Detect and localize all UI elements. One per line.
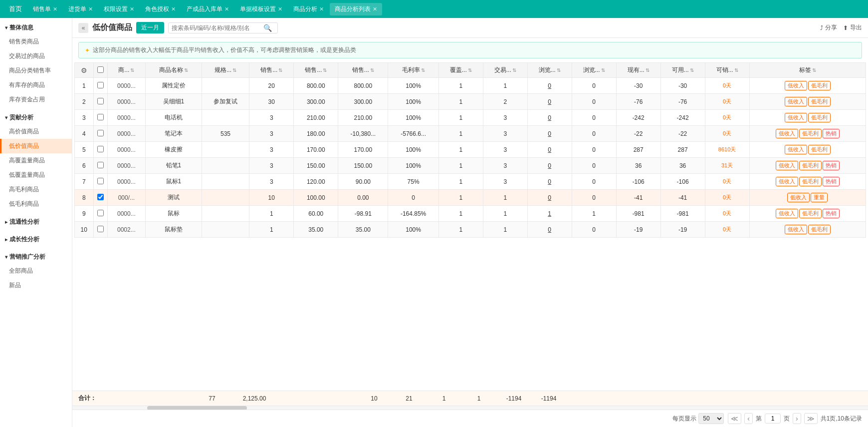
row-product-name[interactable]: 属性定价 — [146, 78, 202, 94]
sidebar-item-instock-goods[interactable]: 有库存的商品 — [0, 78, 72, 92]
filter-recent-month-button[interactable]: 近一月 — [136, 22, 164, 33]
nav-goods-analysis-close[interactable]: ✕ — [319, 6, 324, 12]
search-input[interactable] — [172, 24, 261, 31]
nav-product-inbound-close[interactable]: ✕ — [224, 6, 229, 12]
search-icon[interactable]: 🔍 — [263, 24, 272, 32]
row-code[interactable]: 0000... — [107, 174, 146, 190]
row-checkbox[interactable] — [97, 98, 104, 104]
sidebar-group-contribution-title[interactable]: ▾ 贡献分析 — [0, 111, 72, 124]
sidebar-item-traded-goods[interactable]: 交易过的商品 — [0, 49, 72, 63]
select-all-checkbox[interactable] — [97, 66, 104, 73]
nav-goods-analysis[interactable]: 商品分析 ✕ — [288, 3, 329, 15]
sidebar-group-circulation-title[interactable]: ▸ 流通性分析 — [0, 215, 72, 229]
row-code[interactable]: 0000... — [107, 206, 146, 222]
sidebar-item-category-sales-rate[interactable]: 商品分类销售率 — [0, 63, 72, 78]
row-checkbox[interactable] — [97, 162, 104, 168]
row-code[interactable]: 0000... — [107, 126, 146, 142]
page-number-input[interactable] — [765, 414, 781, 424]
sidebar-group-marketing-title[interactable]: ▾ 营销推广分析 — [0, 250, 72, 264]
row-product-name[interactable]: 橡皮擦 — [146, 142, 202, 158]
browse-link[interactable]: 0 — [548, 82, 551, 89]
row-product-name[interactable]: 电话机 — [146, 110, 202, 126]
browse-link[interactable]: 0 — [548, 226, 551, 233]
col-code[interactable]: 商...⇅ — [107, 63, 146, 78]
nav-role[interactable]: 角色授权 ✕ — [140, 3, 181, 15]
nav-template[interactable]: 单据模板设置 ✕ — [235, 3, 287, 15]
col-trade[interactable]: 交易...⇅ — [483, 63, 527, 78]
nav-permission[interactable]: 权限设置 ✕ — [99, 3, 139, 15]
row-checkbox[interactable] — [97, 146, 104, 152]
horizontal-scrollbar[interactable] — [72, 406, 868, 410]
sidebar-group-overview-title[interactable]: ▾ 整体信息 — [0, 21, 72, 34]
nav-product-inbound[interactable]: 产成品入库单 ✕ — [182, 3, 234, 15]
browse-link[interactable]: 0 — [548, 146, 551, 153]
share-button[interactable]: ⤴ 分享 — [820, 23, 837, 32]
row-product-name[interactable]: 吴细细1 — [146, 94, 202, 110]
row-code[interactable]: 0002... — [107, 222, 146, 238]
browse-link[interactable]: 0 — [548, 178, 551, 185]
row-code[interactable]: 0000... — [107, 78, 146, 94]
col-current-stock[interactable]: 现有...⇅ — [616, 63, 660, 78]
row-code[interactable]: 0000... — [107, 158, 146, 174]
sidebar-item-new-goods[interactable]: 新品 — [0, 278, 72, 293]
col-coverage[interactable]: 覆盖...⇅ — [438, 63, 483, 78]
nav-sales-close[interactable]: ✕ — [53, 6, 57, 12]
browse-link[interactable]: 0 — [548, 98, 551, 105]
collapse-sidebar-button[interactable]: « — [78, 23, 88, 33]
nav-sales[interactable]: 销售单 ✕ — [28, 3, 62, 15]
last-page-button[interactable]: ≫ — [804, 413, 818, 424]
col-browse2[interactable]: 浏览...⇅ — [572, 63, 616, 78]
export-button[interactable]: ⬆ 导出 — [843, 23, 862, 32]
row-checkbox[interactable] — [97, 210, 104, 216]
nav-goods-analysis-list-close[interactable]: ✕ — [373, 6, 377, 12]
browse-link[interactable]: 0 — [548, 130, 551, 137]
col-sales1[interactable]: 销售...⇅ — [249, 63, 294, 78]
row-product-name[interactable]: 笔记本 — [146, 126, 202, 142]
sidebar-item-high-coverage[interactable]: 高覆盖量商品 — [0, 153, 72, 168]
nav-permission-close[interactable]: ✕ — [130, 6, 134, 12]
row-checkbox[interactable] — [97, 178, 104, 184]
first-page-button[interactable]: ≪ — [728, 413, 741, 424]
prev-page-button[interactable]: ‹ — [744, 413, 753, 424]
nav-home[interactable]: 首页 — [4, 2, 27, 15]
row-checkbox[interactable] — [97, 114, 104, 120]
nav-role-close[interactable]: ✕ — [171, 6, 176, 12]
row-code[interactable]: 0000... — [107, 94, 146, 110]
row-product-name[interactable]: 鼠标1 — [146, 174, 202, 190]
row-code[interactable]: 0000... — [107, 142, 146, 158]
nav-goods-analysis-list[interactable]: 商品分析列表 ✕ — [330, 3, 382, 15]
col-gear[interactable]: ⚙ — [75, 63, 94, 78]
col-available[interactable]: 可用...⇅ — [660, 63, 705, 78]
sidebar-item-all-goods[interactable]: 全部商品 — [0, 264, 72, 278]
next-page-button[interactable]: › — [793, 413, 801, 424]
col-name[interactable]: 商品名称⇅ — [146, 63, 202, 78]
row-checkbox[interactable] — [97, 194, 104, 200]
nav-purchase-close[interactable]: ✕ — [88, 6, 93, 12]
sidebar-item-inventory-capital[interactable]: 库存资金占用 — [0, 92, 72, 107]
row-checkbox[interactable] — [97, 130, 104, 136]
sidebar-item-low-profit[interactable]: 低毛利商品 — [0, 197, 72, 211]
sidebar-item-sales-goods[interactable]: 销售类商品 — [0, 34, 72, 49]
browse-link[interactable]: 0 — [548, 194, 551, 201]
nav-template-close[interactable]: ✕ — [278, 6, 282, 12]
sidebar-item-high-profit[interactable]: 高毛利商品 — [0, 182, 72, 197]
row-code[interactable]: 0000... — [107, 110, 146, 126]
row-checkbox[interactable] — [97, 82, 104, 88]
nav-purchase[interactable]: 进货单 ✕ — [63, 3, 98, 15]
col-tags[interactable]: 标签⇅ — [749, 63, 866, 78]
row-product-name[interactable]: 鼠标垫 — [146, 222, 202, 238]
row-product-name[interactable]: 鼠标 — [146, 206, 202, 222]
browse-link[interactable]: 0 — [548, 114, 551, 121]
per-page-select[interactable]: 50 20 100 — [698, 413, 724, 424]
col-sellable[interactable]: 可销...⇅ — [705, 63, 749, 78]
browse-link[interactable]: 1 — [548, 210, 551, 217]
row-product-name[interactable]: 测试 — [146, 190, 202, 206]
col-sales3[interactable]: 销售...⇅ — [338, 63, 388, 78]
col-sales2[interactable]: 销售...⇅ — [294, 63, 338, 78]
sidebar-item-low-value[interactable]: 低价值商品 — [0, 139, 72, 153]
browse-link[interactable]: 0 — [548, 162, 551, 169]
col-spec[interactable]: 规格...⇅ — [202, 63, 249, 78]
row-product-name[interactable]: 铅笔1 — [146, 158, 202, 174]
sidebar-group-growth-title[interactable]: ▸ 成长性分析 — [0, 233, 72, 246]
sidebar-item-low-coverage[interactable]: 低覆盖量商品 — [0, 168, 72, 182]
